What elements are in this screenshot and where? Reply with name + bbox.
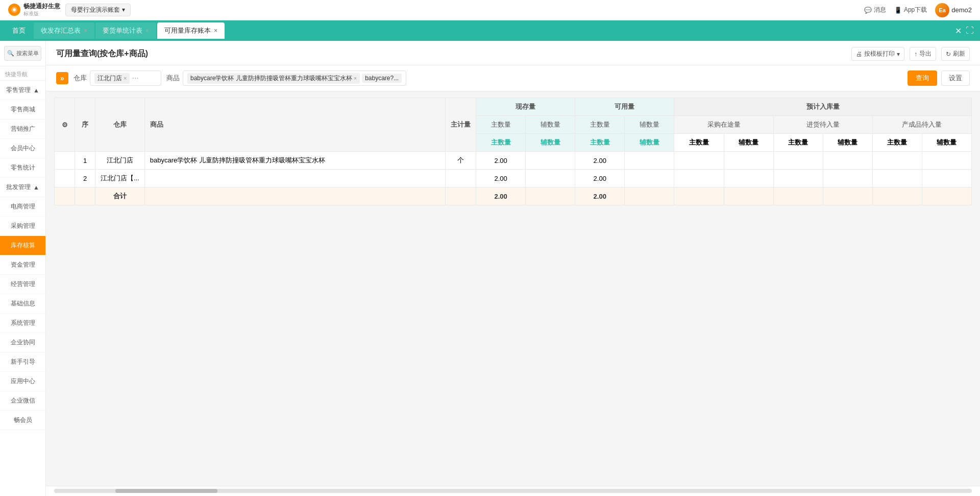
close-icon[interactable]: ×: [214, 27, 217, 34]
sidebar-item-newbie-guide[interactable]: 新手引导: [0, 352, 45, 372]
sidebar-item-sys-mgmt[interactable]: 系统管理: [0, 314, 45, 333]
app-download-action[interactable]: 📱 App下载: [894, 6, 927, 14]
remove-warehouse-icon[interactable]: ×: [124, 75, 127, 81]
sidebar-item-wholesale-mgmt[interactable]: 批发管理 ▲: [0, 178, 45, 197]
page-header: 可用量查询(按仓库+商品) 🖨 按模板打印 ▾ ↑ 导出 ↻ 刷新: [46, 41, 980, 65]
setting-button[interactable]: 设置: [941, 70, 970, 86]
warehouse-header: 仓库: [95, 98, 145, 152]
user-profile[interactable]: Ea demo2: [935, 3, 972, 17]
close-icon[interactable]: ×: [145, 27, 149, 34]
sidebar-item-marketing[interactable]: 营销推广: [0, 120, 45, 139]
remove-product-1-icon[interactable]: ×: [354, 75, 357, 81]
summary-product: [144, 187, 445, 205]
avail-main-header: 主数量: [575, 116, 625, 134]
warehouse-tag-text: 江北门店: [97, 74, 122, 83]
search-menu-label: 搜索菜单: [16, 50, 39, 57]
row1-warehouse: 江北门店: [95, 152, 145, 170]
row1-current-main: 2.00: [476, 152, 526, 170]
current-sub-header: 辅数量: [526, 116, 575, 134]
logo-text-block: 畅捷通好生意 标准版: [23, 3, 60, 17]
sidebar-item-enterprise-collab[interactable]: 企业协同: [0, 333, 45, 352]
summary-pt-sub: [724, 187, 773, 205]
tab-order-stats[interactable]: 要货单统计表 ×: [95, 22, 156, 39]
summary-current-main: 2.00: [476, 187, 526, 205]
product-tag-1: babycare学饮杯 儿童防摔防撞吸管杯重力球吸嘴杯宝宝水杯 ×: [187, 73, 360, 84]
search-menu-button[interactable]: 🔍 搜索菜单: [4, 46, 41, 61]
sidebar-item-inventory[interactable]: 库存核算: [0, 236, 45, 255]
chevron-down-icon: ▾: [122, 6, 125, 13]
fg-sub-header: 辅数量: [922, 134, 971, 152]
tab-receivable-summary[interactable]: 收发存汇总表 ×: [34, 22, 94, 39]
summary-ig-sub: [823, 187, 872, 205]
sidebar-item-retail-mgmt[interactable]: 零售管理 ▲: [0, 81, 45, 100]
export-button[interactable]: ↑ 导出: [910, 47, 936, 61]
warehouse-more-icon[interactable]: ···: [132, 74, 138, 83]
row1-seq: 1: [75, 152, 95, 170]
export-icon: ↑: [914, 51, 917, 58]
sidebar-item-app-center[interactable]: 应用中心: [0, 372, 45, 391]
maximize-icon[interactable]: ⛶: [966, 26, 974, 35]
user-name: demo2: [951, 6, 972, 14]
scroll-thumb[interactable]: [115, 489, 217, 493]
ig-sub-header: 辅数量: [823, 134, 872, 152]
settings-header[interactable]: ⚙: [55, 98, 75, 152]
table-row: 2 江北门店【... 2.00 2.00: [55, 170, 972, 187]
summary-avail-sub: [625, 187, 674, 205]
row2-avail-sub: [625, 170, 674, 187]
sidebar-item-basic-info[interactable]: 基础信息: [0, 294, 45, 314]
scroll-track[interactable]: [54, 489, 972, 493]
table-footer: [46, 486, 980, 496]
message-icon: 💬: [864, 7, 872, 14]
sidebar-item-enterprise-wechat[interactable]: 企业微信: [0, 391, 45, 411]
av-main-sub-header: 主数量: [575, 134, 625, 152]
row2-avail-main: 2.00: [575, 170, 625, 187]
tab-available-stock[interactable]: 可用量库存账本 ×: [157, 22, 225, 39]
top-bar-right: 💬 消息 📱 App下载 Ea demo2: [864, 3, 972, 17]
purchase-transit-header: 采购在途量: [674, 116, 773, 134]
filter-area: » 仓库 江北门店 × ··· 商品 babycare学饮杯 儿童防摔防撞吸管杯…: [46, 65, 980, 91]
row2-current-sub: [526, 170, 575, 187]
row1-fg-main: [872, 152, 922, 170]
product-tag-1-text: babycare学饮杯 儿童防摔防撞吸管杯重力球吸嘴杯宝宝水杯: [190, 74, 352, 83]
message-action[interactable]: 💬 消息: [864, 6, 886, 14]
sidebar-item-chang-member[interactable]: 畅会员: [0, 411, 45, 430]
av-sub-sub-header: 辅数量: [625, 134, 674, 152]
sidebar-item-retail-stats[interactable]: 零售统计: [0, 158, 45, 178]
table-container[interactable]: ⚙ 序 仓库 商品 主计量 现存量 可用量 预计入库量 主数量 辅数量 主数量: [46, 91, 980, 486]
filter-expand-button[interactable]: »: [56, 72, 68, 84]
refresh-button[interactable]: ↻ 刷新: [941, 47, 970, 61]
sidebar-item-member-center[interactable]: 会员中心: [0, 139, 45, 158]
summary-seq: [75, 187, 95, 205]
tab-home[interactable]: 首页: [5, 22, 33, 39]
sidebar-item-purchase-mgmt[interactable]: 采购管理: [0, 217, 45, 236]
close-icon[interactable]: ×: [84, 27, 87, 34]
filter-actions: 查询 设置: [908, 70, 970, 86]
industry-selector[interactable]: 母婴行业演示账套 ▾: [65, 4, 131, 16]
summary-fg-sub: [922, 187, 971, 205]
cs-main-sub-header: 主数量: [476, 134, 526, 152]
page-title: 可用量查询(按仓库+商品): [56, 49, 148, 59]
row1-fg-sub: [922, 152, 971, 170]
row1-avail-main: 2.00: [575, 152, 625, 170]
query-button[interactable]: 查询: [908, 70, 937, 86]
logo: 畅捷通好生意 标准版: [8, 3, 60, 17]
print-button[interactable]: 🖨 按模板打印 ▾: [851, 47, 904, 61]
warehouse-input[interactable]: 江北门店 × ···: [90, 70, 161, 86]
product-filter: 商品 babycare学饮杯 儿童防摔防撞吸管杯重力球吸嘴杯宝宝水杯 × bab…: [166, 70, 406, 86]
tab-label: 可用量库存账本: [164, 26, 211, 35]
sidebar: 🔍 搜索菜单 快捷导航 零售管理 ▲ 零售商城 营销推广 会员中心 零售统计 批…: [0, 41, 46, 496]
product-input[interactable]: babycare学饮杯 儿童防摔防撞吸管杯重力球吸嘴杯宝宝水杯 × babyca…: [183, 70, 406, 86]
sidebar-item-finance[interactable]: 资金管理: [0, 255, 45, 275]
industry-label: 母婴行业演示账套: [71, 6, 120, 14]
tab-label: 要货单统计表: [103, 26, 142, 35]
summary-unit: [446, 187, 476, 205]
sidebar-item-retail-mall[interactable]: 零售商城: [0, 100, 45, 120]
close-tab-icon[interactable]: ✕: [955, 26, 962, 36]
row1-ig-sub: [823, 152, 872, 170]
sidebar-item-ecommerce[interactable]: 电商管理: [0, 197, 45, 217]
chevron-down-icon: ▾: [897, 51, 900, 58]
sidebar-search-area: 🔍 搜索菜单: [0, 41, 45, 66]
row1-current-sub: [526, 152, 575, 170]
sidebar-item-operations[interactable]: 经营管理: [0, 275, 45, 294]
available-header: 可用量: [575, 98, 674, 116]
